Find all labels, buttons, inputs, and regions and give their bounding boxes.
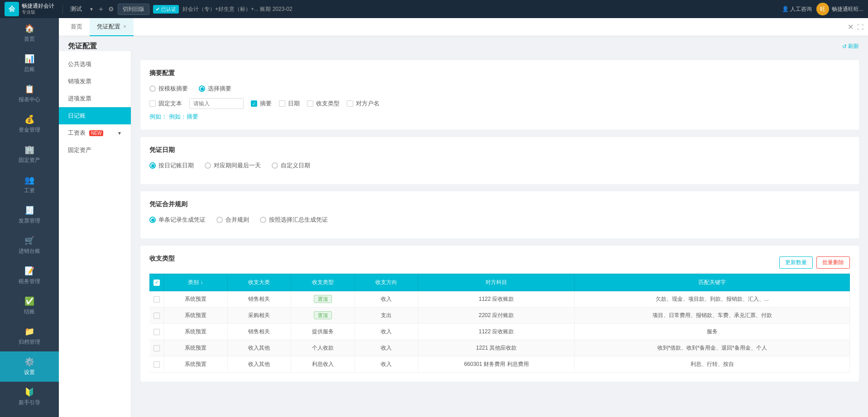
merge-radio-group: 单条记录生成凭证 合并规则 按照选择汇总生成凭证 bbox=[149, 216, 850, 224]
topbar-gear-icon[interactable]: ⚙ bbox=[108, 5, 114, 13]
left-nav-payroll[interactable]: 工资表 NEW ▼ bbox=[59, 124, 131, 142]
content-area: 首页 凭证配置 × ✕ ⛶ 凭证配置 ↺ 刷新 公共选项 bbox=[59, 18, 868, 417]
radio-single-record[interactable]: 单条记录生成凭证 bbox=[149, 216, 206, 224]
table-actions: 更新数量 批量删除 bbox=[779, 256, 850, 269]
income-expense-title: 收支类型 bbox=[149, 255, 175, 263]
radio-period-last-day[interactable]: 对应期间最后一天 bbox=[205, 161, 261, 170]
row-checkbox[interactable] bbox=[153, 329, 160, 335]
sidebar-item-member[interactable]: 👑 畅会员 bbox=[0, 412, 59, 417]
th-direction: 收支方向 bbox=[355, 274, 418, 291]
td-direction: 收入 bbox=[355, 340, 418, 356]
service-icon: 👤 bbox=[782, 6, 789, 12]
sidebar-item-home[interactable]: 🏠 首页 bbox=[0, 18, 59, 48]
refresh-button[interactable]: ↺ 刷新 bbox=[842, 43, 859, 50]
avatar: 旺 bbox=[816, 3, 829, 15]
checkbox-box-counterparty bbox=[347, 100, 353, 107]
row-checkbox[interactable] bbox=[153, 313, 160, 319]
topbar-add-icon[interactable]: ＋ bbox=[97, 5, 105, 14]
td-account: 2202 应付账款 bbox=[418, 308, 575, 324]
left-nav-purchase-invoice[interactable]: 进项发票 bbox=[59, 90, 131, 107]
page-title: 凭证配置 bbox=[68, 42, 97, 51]
tab-voucher-config[interactable]: 凭证配置 × bbox=[90, 18, 134, 36]
checkbox-fixed-text[interactable]: 固定文本 bbox=[149, 100, 182, 108]
sidebar-item-invoice[interactable]: 🧾 发票管理 bbox=[0, 200, 59, 230]
td-keywords: 利息、行转、按自 bbox=[575, 356, 850, 373]
radio-select-summary-gen[interactable]: 按照选择汇总生成凭证 bbox=[260, 216, 328, 224]
row-checkbox[interactable] bbox=[153, 361, 160, 368]
td-major: 销售相关 bbox=[227, 324, 291, 340]
row-checkbox[interactable] bbox=[153, 296, 160, 303]
left-nav-fixed-asset[interactable]: 固定资产 bbox=[59, 142, 131, 159]
salary-icon: 👥 bbox=[24, 175, 34, 185]
table-header-row-el: ✓ 类别 ↓ 收支大类 收支类型 收支方向 对方科目 匹配关键字 bbox=[150, 274, 850, 291]
tab-bar-right: ✕ ⛶ bbox=[848, 23, 863, 31]
sidebar-item-fund[interactable]: 💰 资金管理 bbox=[0, 109, 59, 139]
merge-title: 凭证合并规则 bbox=[149, 200, 850, 208]
td-category: 系统预置 bbox=[164, 291, 228, 308]
sidebar-item-report[interactable]: 📋 报表中心 bbox=[0, 79, 59, 109]
window-expand-icon[interactable]: ⛶ bbox=[857, 24, 863, 31]
sidebar-item-guide[interactable]: 🔰 新手引导 bbox=[0, 382, 59, 412]
logo: 会 畅捷通好会计 专业版 bbox=[5, 2, 59, 16]
example-line: 例如： 例如：摘要 bbox=[149, 113, 850, 121]
tab-home[interactable]: 首页 bbox=[63, 18, 90, 36]
ledger-icon: 📊 bbox=[24, 54, 34, 64]
tax-icon: 📝 bbox=[24, 266, 34, 276]
close-icon: ✅ bbox=[24, 296, 34, 306]
sidebar-item-close[interactable]: ✅ 结账 bbox=[0, 291, 59, 321]
left-nav-sales-invoice[interactable]: 销项发票 bbox=[59, 73, 131, 90]
asset-icon: 🏢 bbox=[24, 145, 34, 155]
sidebar-item-tax[interactable]: 📝 税务管理 bbox=[0, 261, 59, 291]
td-direction: 收入 bbox=[355, 356, 418, 373]
table-row: 系统预置销售相关提供服务收入1122 应收账款服务 bbox=[150, 324, 850, 340]
sidebar-item-archive[interactable]: 📁 归档管理 bbox=[0, 321, 59, 351]
table-row: 系统预置销售相关置顶收入1122 应收账款欠款、现金、项目款、到款、报销款、汇入… bbox=[150, 291, 850, 308]
sidebar-item-ledger[interactable]: 📊 总账 bbox=[0, 48, 59, 79]
sidebar-item-salary[interactable]: 👥 工资 bbox=[0, 170, 59, 200]
page-top: 凭证配置 ↺ 刷新 bbox=[59, 36, 868, 51]
income-expense-table: ✓ 类别 ↓ 收支大类 收支类型 收支方向 对方科目 匹配关键字 bbox=[149, 274, 850, 373]
radio-custom-date[interactable]: 自定义日期 bbox=[272, 161, 310, 170]
sidebar-item-purchase[interactable]: 🛒 进销台账 bbox=[0, 230, 59, 261]
fixed-text-input[interactable] bbox=[189, 98, 244, 109]
radio-select-summary[interactable]: 选择摘要 bbox=[199, 85, 231, 93]
th-type: 收支类型 bbox=[291, 274, 355, 291]
sidebar: 🏠 首页 📊 总账 📋 报表中心 💰 资金管理 🏢 固定资产 👥 工资 🧾 发票… bbox=[0, 18, 59, 417]
topbar-tab-arrow[interactable]: ▼ bbox=[89, 7, 94, 12]
td-account: 1122 应收账款 bbox=[418, 324, 575, 340]
switch-version-button[interactable]: 切到旧版 bbox=[118, 4, 149, 15]
batch-delete-button[interactable]: 批量删除 bbox=[816, 256, 850, 269]
td-account: 1221 其他应收款 bbox=[418, 340, 575, 356]
topbar: 会 畅捷通好会计 专业版 测试 ▼ ＋ ⚙ 切到旧版 ✔ 已认证 好会计（专）+… bbox=[0, 0, 868, 18]
service-button[interactable]: 👤 人工咨询 bbox=[782, 5, 812, 13]
checkbox-box-date bbox=[279, 100, 285, 107]
th-account: 对方科目 bbox=[418, 274, 575, 291]
checkbox-box-fixed bbox=[149, 100, 156, 107]
radio-template-summary[interactable]: 按模板摘要 bbox=[149, 85, 188, 93]
sidebar-item-settings[interactable]: ⚙️ 设置 bbox=[0, 351, 59, 382]
td-account: 1122 应收账款 bbox=[418, 291, 575, 308]
window-close-icon[interactable]: ✕ bbox=[848, 23, 854, 31]
left-nav-public[interactable]: 公共选项 bbox=[59, 56, 131, 73]
checkbox-payment-type[interactable]: 收支类型 bbox=[307, 100, 340, 108]
guide-icon: 🔰 bbox=[24, 387, 34, 397]
update-quantity-button[interactable]: 更新数量 bbox=[779, 256, 813, 269]
checkbox-date[interactable]: 日期 bbox=[279, 100, 300, 108]
checkbox-counterparty[interactable]: 对方户名 bbox=[347, 100, 379, 108]
left-nav-journal[interactable]: 日记账 bbox=[59, 107, 131, 124]
row-checkbox[interactable] bbox=[153, 345, 160, 351]
merge-section: 凭证合并规则 单条记录生成凭证 合并规则 按照选择汇总生成凭证 bbox=[140, 191, 859, 238]
radio-merge-rule[interactable]: 合并规则 bbox=[216, 216, 249, 224]
td-type: 个人收款 bbox=[291, 340, 355, 356]
radio-journal-date[interactable]: 按日记账日期 bbox=[149, 161, 194, 170]
check-icon: ✔ bbox=[156, 6, 160, 12]
checkbox-summary[interactable]: ✓ 摘要 bbox=[251, 100, 272, 108]
td-type: 置顶 bbox=[291, 291, 355, 308]
nav-arrow-icon: ▼ bbox=[117, 131, 122, 136]
logo-sub: 专业版 bbox=[22, 9, 54, 15]
td-category: 系统预置 bbox=[164, 324, 228, 340]
select-all-checkbox[interactable]: ✓ bbox=[153, 280, 160, 286]
sidebar-item-asset[interactable]: 🏢 固定资产 bbox=[0, 139, 59, 170]
tab-close-icon[interactable]: × bbox=[123, 24, 126, 30]
td-category: 系统预置 bbox=[164, 308, 228, 324]
